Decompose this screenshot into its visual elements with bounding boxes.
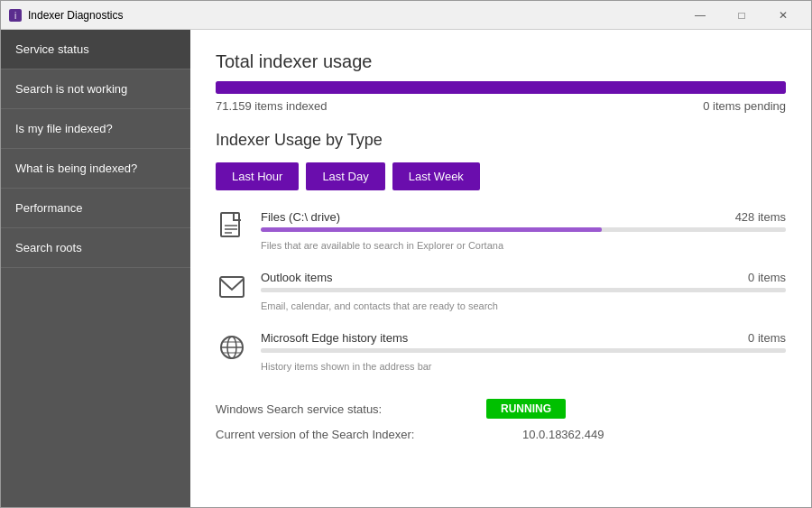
sidebar: Service status Search is not working Is … [1, 30, 190, 507]
usage-item-files: Files (C:\ drive) 428 items Files that a… [216, 210, 786, 256]
items-row: 71.159 items indexed 0 items pending [216, 99, 786, 113]
usage-item-outlook: Outlook items 0 items Email, calendar, a… [216, 271, 786, 317]
outlook-details: Outlook items 0 items Email, calendar, a… [261, 271, 786, 313]
total-progress-bar-container [216, 81, 786, 94]
edge-details: Microsoft Edge history items 0 items His… [261, 331, 786, 374]
sidebar-item-service-status[interactable]: Service status [1, 30, 190, 69]
last-hour-button[interactable]: Last Hour [216, 162, 299, 190]
globe-icon [216, 331, 248, 364]
files-desc: Files that are available to search in Ex… [261, 240, 503, 251]
maximize-button[interactable]: □ [721, 1, 762, 30]
total-usage-title: Total indexer usage [216, 51, 786, 72]
service-status-label: Windows Search service status: [216, 402, 486, 416]
last-day-button[interactable]: Last Day [306, 162, 384, 190]
edge-name: Microsoft Edge history items [261, 331, 408, 345]
service-status-badge: RUNNING [486, 399, 566, 419]
usage-item-edge: Microsoft Edge history items 0 items His… [216, 331, 786, 377]
app-icon: i [8, 8, 23, 23]
edge-count: 0 items [748, 331, 786, 345]
content-area: Service status Search is not working Is … [1, 30, 811, 507]
window-title: Indexer Diagnostics [28, 9, 679, 22]
window-controls: — □ ✕ [679, 1, 804, 30]
version-label: Current version of the Search Indexer: [216, 428, 486, 441]
main-window: i Indexer Diagnostics — □ ✕ Service stat… [0, 0, 812, 508]
service-status-row: Windows Search service status: RUNNING [216, 399, 786, 419]
sidebar-item-search-roots[interactable]: Search roots [1, 228, 190, 268]
items-indexed-label: 71.159 items indexed [216, 99, 328, 113]
edge-header: Microsoft Edge history items 0 items [261, 331, 786, 345]
version-value: 10.0.18362.449 [522, 428, 604, 441]
files-bar-fill [261, 227, 602, 232]
files-bar-container [261, 227, 786, 232]
main-content: Total indexer usage 71.159 items indexed… [190, 30, 811, 507]
files-count: 428 items [735, 210, 786, 224]
edge-desc: History items shown in the address bar [261, 361, 432, 372]
outlook-count: 0 items [748, 271, 786, 284]
mail-icon [216, 271, 248, 303]
edge-bar-container [261, 348, 786, 353]
total-progress-bar-fill [216, 81, 786, 94]
usage-by-type-title: Indexer Usage by Type [216, 131, 786, 150]
last-week-button[interactable]: Last Week [392, 162, 480, 190]
title-bar: i Indexer Diagnostics — □ ✕ [1, 1, 811, 30]
outlook-desc: Email, calendar, and contacts that are r… [261, 300, 498, 311]
svg-rect-6 [220, 277, 244, 297]
files-name: Files (C:\ drive) [261, 210, 340, 224]
items-pending-label: 0 items pending [703, 99, 786, 113]
sidebar-item-performance[interactable]: Performance [1, 189, 190, 228]
time-buttons: Last Hour Last Day Last Week [216, 162, 786, 190]
close-button[interactable]: ✕ [762, 1, 804, 30]
svg-text:i: i [14, 11, 16, 21]
sidebar-item-what-being-indexed[interactable]: What is being indexed? [1, 149, 190, 189]
files-header: Files (C:\ drive) 428 items [261, 210, 786, 224]
sidebar-item-search-not-working[interactable]: Search is not working [1, 69, 190, 109]
outlook-name: Outlook items [261, 271, 332, 284]
version-row: Current version of the Search Indexer: 1… [216, 428, 786, 441]
outlook-bar-container [261, 288, 786, 292]
sidebar-item-is-file-indexed[interactable]: Is my file indexed? [1, 109, 190, 149]
minimize-button[interactable]: — [679, 1, 721, 30]
status-section: Windows Search service status: RUNNING C… [216, 399, 786, 441]
file-icon [216, 210, 248, 243]
files-details: Files (C:\ drive) 428 items Files that a… [261, 210, 786, 253]
outlook-header: Outlook items 0 items [261, 271, 786, 284]
